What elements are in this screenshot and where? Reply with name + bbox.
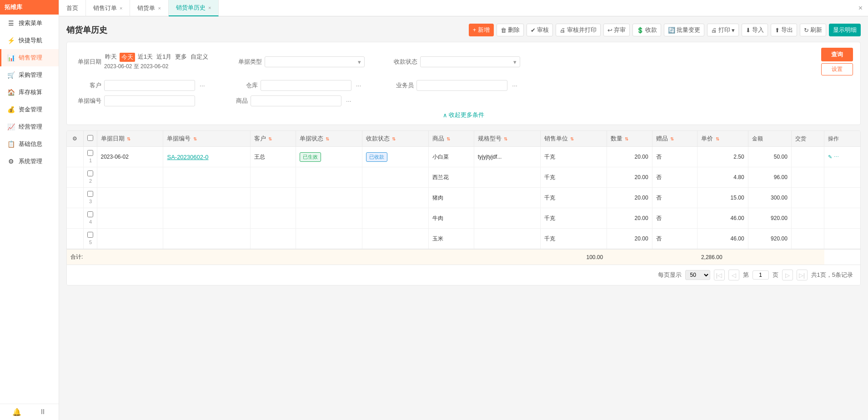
doc-type-select[interactable]	[265, 56, 365, 67]
audit-print-button[interactable]: 🖨 审核并打印	[556, 24, 601, 36]
page-first-btn[interactable]: |◁	[714, 270, 725, 280]
refresh-icon: ↻	[804, 27, 809, 34]
th-doc-no[interactable]: 单据编号 ⇅	[163, 131, 251, 147]
refresh-button[interactable]: ↻ 刷新	[800, 24, 826, 36]
th-gift[interactable]: 赠品 ⇅	[652, 131, 697, 147]
sidebar-item-sys-mgmt[interactable]: ⚙ 系统管理	[0, 153, 59, 170]
collect-status-select[interactable]	[420, 56, 520, 67]
th-sales-unit[interactable]: 销售单位 ⇅	[540, 131, 607, 147]
row-quantity: 20.00	[607, 208, 652, 229]
collapse-icon: ∧	[443, 112, 447, 119]
salesman-input[interactable]	[416, 80, 507, 91]
doc-type-select-wrap	[265, 56, 365, 67]
customer-input[interactable]	[104, 80, 195, 91]
product-dots-btn[interactable]: ···	[346, 97, 351, 105]
shortcut-more[interactable]: 更多	[174, 53, 188, 62]
page-prev-btn[interactable]: ◁	[728, 270, 739, 280]
notification-icon[interactable]: 🔔	[12, 408, 21, 416]
th-product[interactable]: 商品 ⇅	[428, 131, 474, 147]
th-customer[interactable]: 客户 ⇅	[251, 131, 296, 147]
tab-close-sales-history[interactable]: ×	[208, 5, 211, 10]
shortcut-yesterday[interactable]: 昨天	[104, 53, 118, 62]
shortcut-today[interactable]: 今天	[120, 53, 135, 62]
row-checkbox[interactable]	[87, 232, 93, 238]
pause-icon[interactable]: ⏸	[39, 408, 46, 416]
row-checkbox[interactable]	[87, 150, 93, 156]
tab-sales-history[interactable]: 销货单历史 ×	[169, 0, 219, 16]
salesman-dots-btn[interactable]: ···	[512, 82, 517, 89]
table-row: 2 西兰花 千克 20.00 否 4.80 96.00	[67, 167, 860, 188]
product-input[interactable]	[251, 95, 341, 106]
purchase-mgmt-icon: 🛒	[7, 71, 15, 79]
page-size-select[interactable]: 50 100 200	[685, 270, 710, 280]
doc-no-input[interactable]	[104, 95, 195, 106]
th-unit-price[interactable]: 单价 ⇅	[697, 131, 748, 147]
shortcut-1day[interactable]: 近1天	[137, 53, 154, 62]
row-checkbox-cell: 1	[83, 147, 97, 167]
collect-button[interactable]: 💲 收款	[632, 24, 661, 36]
warehouse-input[interactable]	[261, 80, 351, 91]
collapse-button[interactable]: ∧ 收起更多条件	[74, 111, 853, 119]
tab-sales-delivery[interactable]: 销货单 ×	[130, 0, 168, 16]
tab-close-sales-order[interactable]: ×	[120, 5, 122, 11]
row-quantity: 20.00	[607, 229, 652, 250]
sidebar-item-purchase-mgmt[interactable]: 🛒 采购管理	[0, 66, 59, 84]
action-更多[interactable]: ⋯	[834, 154, 839, 160]
th-quantity[interactable]: 数量 ⇅	[607, 131, 652, 147]
sales-mgmt-icon: 📊	[7, 54, 15, 61]
customer-dots-btn[interactable]: ···	[200, 82, 205, 89]
settings-button[interactable]: 设置	[821, 63, 853, 75]
show-detail-button[interactable]: 显示明细	[829, 24, 861, 36]
sidebar-item-search-menu[interactable]: ☰ 搜索菜单	[0, 15, 59, 32]
abandon-button[interactable]: ↩ 弃审	[603, 24, 630, 36]
audit-button[interactable]: ✔ 审核	[527, 24, 553, 36]
sidebar-item-label: 基础信息	[19, 140, 42, 148]
page-title: 销货单历史	[66, 25, 107, 35]
sidebar-item-label: 搜索菜单	[19, 19, 42, 27]
sidebar-item-quick-nav[interactable]: ⚡ 快捷导航	[0, 32, 59, 49]
sidebar-item-sales-mgmt[interactable]: 📊 销售管理	[0, 49, 59, 66]
row-collect-status: 已收款	[362, 147, 428, 167]
fund-mgmt-icon: 💰	[7, 106, 15, 113]
delete-button[interactable]: 🗑 删除	[497, 24, 524, 36]
sidebar-item-basic-info[interactable]: 📋 基础信息	[0, 135, 59, 153]
sidebar-item-ops-mgmt[interactable]: 📈 经营管理	[0, 118, 59, 135]
row-amount: 920.00	[748, 229, 791, 250]
th-doc-status[interactable]: 单据状态 ⇅	[296, 131, 362, 147]
th-collect-status[interactable]: 收款状态 ⇅	[362, 131, 428, 147]
import-button[interactable]: ⬇ 导入	[742, 24, 768, 36]
tab-close-sales-delivery[interactable]: ×	[158, 5, 161, 11]
warehouse-dots-btn[interactable]: ···	[356, 82, 361, 89]
action-编辑[interactable]: ✎	[828, 154, 832, 160]
row-doc-date	[97, 188, 163, 208]
page-num-input[interactable]	[753, 270, 769, 280]
th-spec-type[interactable]: 规格型号 ⇅	[474, 131, 540, 147]
shortcut-custom[interactable]: 自定义	[190, 53, 209, 62]
sidebar-item-label: 快捷导航	[19, 36, 42, 45]
row-checkbox[interactable]	[87, 191, 93, 197]
select-all-checkbox[interactable]	[87, 135, 93, 141]
doc-no-link[interactable]: SA-20230602-0	[167, 154, 208, 160]
shortcut-1month[interactable]: 近1月	[156, 53, 172, 62]
tabs-close-all[interactable]: ×	[853, 4, 868, 12]
sidebar-item-inventory-calc[interactable]: 🏠 库存核算	[0, 84, 59, 101]
sidebar-item-fund-mgmt[interactable]: 💰 资金管理	[0, 101, 59, 118]
th-settings[interactable]: ⚙	[67, 131, 83, 147]
page-last-btn[interactable]: ▷|	[797, 270, 808, 280]
row-transaction	[791, 167, 824, 188]
new-button[interactable]: + 新增	[469, 24, 494, 36]
row-checkbox[interactable]	[87, 170, 93, 176]
th-doc-date[interactable]: 单据日期 ⇅	[97, 131, 163, 147]
query-button[interactable]: 查询	[821, 48, 853, 61]
export-button[interactable]: ⬆ 导出	[771, 24, 797, 36]
page-next-btn[interactable]: ▷	[782, 270, 793, 280]
row-unit-price: 46.00	[697, 208, 748, 229]
tab-sales-order[interactable]: 销售订单 ×	[86, 0, 130, 16]
print-button[interactable]: 🖨 打印 ▾	[707, 24, 739, 36]
row-transaction	[791, 147, 824, 167]
tab-home[interactable]: 首页	[59, 0, 86, 16]
row-checkbox[interactable]	[87, 211, 93, 217]
totals-gift-cell	[607, 249, 652, 265]
page-info: 共1页，5条记录	[811, 271, 853, 279]
batch-change-button[interactable]: 🔄 批量变更	[664, 24, 704, 36]
